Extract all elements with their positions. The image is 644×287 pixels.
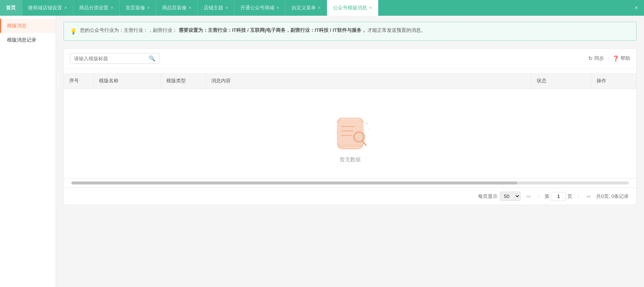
page-size-dropdown[interactable]: 10 20 50 100 [500, 192, 521, 201]
th-type: 模版类型 [161, 73, 206, 89]
pagination: 每页显示 10 20 50 100 ⏮ ‹ 第 页 [64, 187, 636, 205]
prev-page-button[interactable]: ‹ [534, 192, 543, 201]
tab-home-label: 首页 [6, 4, 16, 11]
th-action: 操作 [591, 73, 636, 89]
tab-store-theme-close[interactable]: × [225, 6, 228, 10]
page-label: 第 [545, 193, 549, 200]
total-info: 共0页, 0条记录 [596, 193, 629, 200]
tab-store-settings-label: 微商城店铺设置 [28, 4, 62, 11]
tab-template-msg[interactable]: 公众号模版消息 × [327, 0, 378, 16]
tab-template-msg-close[interactable]: × [369, 6, 372, 10]
tab-open-mall[interactable]: 开通公众号商城 × [234, 0, 286, 16]
empty-illustration: ✦ ✦ [326, 112, 375, 156]
page-navigation: ⏮ ‹ 第 页 › ⏭ [524, 192, 593, 201]
sidebar-item-template-record-label: 模版消息记录 [7, 37, 36, 43]
page-size-label: 每页显示 [478, 193, 497, 200]
notice-highlight: 需要设置为：主营行业：IT科技 / 互联网|电子商务，副营行业：IT科技 / I… [179, 27, 366, 33]
tab-store-theme[interactable]: 店铺主题 × [198, 0, 234, 16]
empty-text: 暂无数据 [340, 156, 361, 163]
tab-open-mall-close[interactable]: × [277, 6, 279, 10]
notice-text-after: 才能正常发送预置的消息。 [367, 27, 426, 33]
tab-template-msg-label: 公众号模版消息 [333, 4, 367, 11]
search-input[interactable] [74, 56, 149, 61]
search-button[interactable]: 🔍 [149, 55, 155, 61]
sidebar: 模版消息 模版消息记录 [0, 16, 56, 287]
th-content: 消息内容 [206, 73, 531, 89]
help-button[interactable]: ❓ 帮助 [613, 55, 630, 62]
th-seq: 序号 [64, 73, 94, 89]
sidebar-item-template-msg[interactable]: 模版消息 [0, 19, 56, 33]
scrollbar-thumb[interactable] [71, 181, 517, 184]
tab-bar: 首页 微商城店铺设置 × 商品分类设置 × 首页装修 × 商品页装修 × 店铺主… [0, 0, 644, 16]
help-label: 帮助 [620, 55, 630, 62]
search-input-wrap[interactable]: 🔍 [70, 53, 160, 64]
tab-store-settings-close[interactable]: × [64, 6, 67, 10]
table-header: 序号 模版名称 模版类型 消息内容 状态 操作 [64, 73, 636, 89]
tab-custom-menu[interactable]: 自定义菜单 × [286, 0, 327, 16]
last-page-button[interactable]: ⏭ [584, 192, 593, 201]
tab-custom-menu-close[interactable]: × [318, 6, 321, 10]
search-bar: 🔍 ↻ 同步 | ❓ 帮助 [64, 49, 636, 68]
page-input-group: 第 页 [545, 192, 572, 201]
tab-product-decor-close[interactable]: × [189, 6, 191, 10]
window-close-button[interactable]: × [629, 4, 644, 11]
tab-product-category-label: 商品分类设置 [79, 4, 108, 11]
notice-banner: 💡 您的公众号行业为：主营行业：，副营行业： 需要设置为：主营行业：IT科技 /… [64, 22, 637, 41]
help-icon: ❓ [613, 55, 619, 61]
first-page-button[interactable]: ⏮ [524, 192, 533, 201]
sidebar-item-template-record[interactable]: 模版消息记录 [0, 33, 56, 47]
svg-text:✦: ✦ [368, 128, 370, 131]
empty-state: ✦ ✦ 暂无数据 [64, 89, 636, 178]
tab-home-decor[interactable]: 首页装修 × [120, 0, 156, 16]
sync-icon: ↻ [588, 55, 593, 61]
tab-home-decor-label: 首页装修 [126, 4, 145, 11]
th-name: 模版名称 [94, 73, 161, 89]
main-layout: 模版消息 模版消息记录 💡 您的公众号行业为：主营行业：，副营行业： 需要设置为… [0, 16, 644, 287]
tab-custom-menu-label: 自定义菜单 [292, 4, 316, 11]
tab-store-settings[interactable]: 微商城店铺设置 × [22, 0, 73, 16]
tab-home[interactable]: 首页 [0, 0, 22, 16]
table-container: 🔍 ↻ 同步 | ❓ 帮助 序号 模版名称 模版 [64, 48, 637, 205]
th-status: 状态 [531, 73, 591, 89]
scrollbar-area [64, 178, 636, 187]
next-page-button[interactable]: › [574, 192, 583, 201]
page-size-select: 每页显示 10 20 50 100 [478, 192, 521, 201]
tab-product-decor[interactable]: 商品页装修 × [156, 0, 198, 16]
sync-button[interactable]: ↻ 同步 [588, 55, 604, 62]
notice-text-before: 您的公众号行业为：主营行业：，副营行业： [80, 27, 177, 33]
tab-home-decor-close[interactable]: × [147, 6, 150, 10]
sync-label: 同步 [594, 55, 604, 62]
svg-text:✦: ✦ [365, 121, 368, 125]
tab-product-category-close[interactable]: × [111, 6, 113, 10]
page-suffix: 页 [567, 193, 572, 200]
toolbar-right: ↻ 同步 | ❓ 帮助 [588, 55, 630, 62]
notice-text: 您的公众号行业为：主营行业：，副营行业： 需要设置为：主营行业：IT科技 / 互… [80, 27, 426, 34]
tab-product-category[interactable]: 商品分类设置 × [73, 0, 120, 16]
tab-open-mall-label: 开通公众号商城 [240, 4, 274, 11]
sidebar-item-template-msg-label: 模版消息 [7, 23, 27, 28]
tab-product-decor-label: 商品页装修 [162, 4, 187, 11]
notice-icon: 💡 [70, 27, 77, 36]
horizontal-scrollbar[interactable] [71, 181, 629, 184]
page-number-input[interactable] [551, 192, 566, 201]
tab-store-theme-label: 店铺主题 [204, 4, 223, 11]
toolbar-divider: | [608, 56, 609, 61]
content-area: 💡 您的公众号行业为：主营行业：，副营行业： 需要设置为：主营行业：IT科技 /… [56, 16, 644, 287]
